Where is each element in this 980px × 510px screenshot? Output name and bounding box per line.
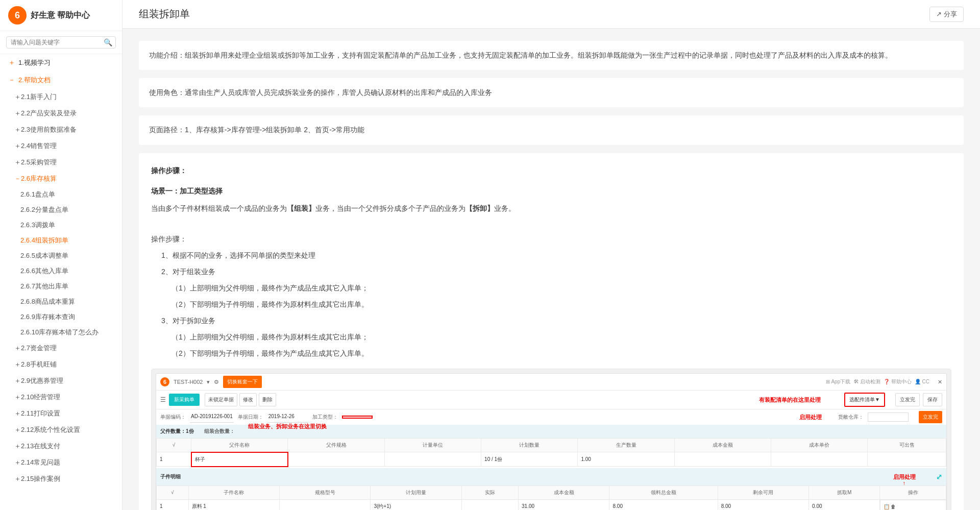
td2-op: 📋🗑 xyxy=(880,500,946,510)
th-planned-qty: 计划数量 xyxy=(481,438,578,452)
label: 2.6.3调拨单 xyxy=(20,221,55,230)
mock-section-wrapper1: 父件数量： 1份 组装合数量： 组装业务、拆卸业务在这里切换 xyxy=(156,425,946,438)
label: 2.10经营管理 xyxy=(21,393,60,402)
label: 2.6.10库存账本错了怎么办 xyxy=(20,328,99,337)
mock-test-id: TEST-H002 xyxy=(174,376,203,387)
mock-btn-delete: 删除 xyxy=(259,393,276,406)
sidebar-item-finance[interactable]: ＋ 2.7资金管理 xyxy=(0,340,122,356)
mock-section-wrapper2: 子件明细 启用处理 ⤢ ↑ xyxy=(156,468,946,485)
td2-num: 1 xyxy=(157,499,189,510)
label: 2.6.5成本调整单 xyxy=(20,251,68,260)
th2-cost: 成本金额 xyxy=(519,485,609,499)
sidebar-item-inv269[interactable]: 2.6.9库存账本查询 xyxy=(0,309,122,325)
sidebar-item-inv267[interactable]: 2.6.7其他出库单 xyxy=(0,279,122,294)
role-text: 使用角色：通常由生产人员或库管人员完成拆装业务的操作，库管人员确认原材料的出库和… xyxy=(149,88,492,96)
td2-actual xyxy=(461,499,518,510)
sidebar-item-inventory[interactable]: － 2.6库存核算 xyxy=(0,171,122,187)
mock-switch-btn: 切换账套一下 xyxy=(223,376,262,388)
plus-icon: ＋ xyxy=(14,442,21,451)
sidebar: 6 好生意 帮助中心 🔍 ＋ 1.视频学习 － 2.帮助文档 ＋ 2.1新手入门… xyxy=(0,0,122,510)
sidebar-item-docs-label: 2.帮助文档 xyxy=(18,76,51,85)
step2: 2、对于组装业务 xyxy=(161,264,951,279)
mock-yongcang-label: 货敝仓库： xyxy=(838,412,864,422)
sidebar-item-mobile[interactable]: ＋ 2.8手机旺铺 xyxy=(0,356,122,373)
label: 2.6.9库存账本查询 xyxy=(20,312,75,322)
step3: 3、对于拆卸业务 xyxy=(161,313,951,328)
plus-icon: ＋ xyxy=(14,425,21,434)
th-check: √ xyxy=(157,438,191,452)
mock-app: 6 TEST-H002 ▾ ⚙ 切换账套一下 ⊞ App下载 🛠 启动检测 ❓ … xyxy=(156,373,947,510)
table-row: 1 原料 1 3(约+1) 31.00 8.00 8.00 0.00 � xyxy=(157,499,946,510)
sidebar-item-inv261[interactable]: 2.6.1盘点单 xyxy=(0,187,122,202)
label: 2.1新手入门 xyxy=(21,92,57,102)
th-cost-amount: 成本金额 xyxy=(674,438,771,452)
app-title: 好生意 帮助中心 xyxy=(31,10,90,21)
label: 2.15操作案例 xyxy=(21,474,60,483)
plus-icon: ＋ xyxy=(14,409,21,418)
sidebar-item-coupon[interactable]: ＋ 2.9优惠券管理 xyxy=(0,373,122,389)
plus-icon: ＋ xyxy=(14,360,21,369)
role-block: 使用角色：通常由生产人员或库管人员完成拆装业务的操作，库管人员确认原材料的出库和… xyxy=(139,78,964,107)
main-content: 组装拆卸单 ↗ 分享 功能介绍：组装拆卸单用来处理企业组装或拆卸等加工业务，支持… xyxy=(122,0,980,510)
sidebar-item-inv268[interactable]: 2.6.8商品成本重算 xyxy=(0,294,122,309)
plus-icon: ＋ xyxy=(8,58,15,67)
sidebar-item-inv263[interactable]: 2.6.3调拨单 xyxy=(0,217,122,233)
search-icon[interactable]: 🔍 xyxy=(104,38,112,46)
label: 2.6库存核算 xyxy=(21,174,57,183)
annotation2-overlay: 组装业务、拆卸业务在这里切换 xyxy=(248,421,327,432)
td-check: 1 xyxy=(157,452,191,467)
sidebar-item-inv265[interactable]: 2.6.5成本调整单 xyxy=(0,248,122,263)
th2-actual: 实际 xyxy=(461,485,518,499)
label: 2.13在线支付 xyxy=(21,442,60,451)
sidebar-item-faq[interactable]: ＋ 2.14常见问题 xyxy=(0,454,122,471)
plus-icon: ＋ xyxy=(14,158,21,167)
mock-value-type xyxy=(342,416,373,419)
sidebar-item-data-prep[interactable]: ＋ 2.3使用前数据准备 xyxy=(0,122,122,138)
logo-icon: 6 xyxy=(8,6,27,25)
th-parent-name: 父件名称 xyxy=(191,438,288,452)
search-bar[interactable]: 🔍 xyxy=(0,31,122,54)
sidebar-item-docs[interactable]: － 2.帮助文档 xyxy=(0,71,122,89)
inventory-sub-items: 2.6.1盘点单 2.6.2分量盘点单 2.6.3调拨单 2.6.4组装拆卸单 … xyxy=(0,187,122,340)
search-input[interactable] xyxy=(6,36,116,48)
share-button[interactable]: ↗ 分享 xyxy=(929,7,964,22)
mock-value-billno: AD-20191226-001 xyxy=(190,411,234,423)
mock-section2-label: 子件明细 xyxy=(160,472,181,482)
sidebar-item-purchase[interactable]: ＋ 2.5采购管理 xyxy=(0,154,122,171)
sidebar-item-inv262[interactable]: 2.6.2分量盘点单 xyxy=(0,202,122,217)
sidebar-item-cases[interactable]: ＋ 2.15操作案例 xyxy=(0,471,122,487)
mock-app-bar: 6 TEST-H002 ▾ ⚙ 切换账套一下 ⊞ App下载 🛠 启动检测 ❓ … xyxy=(156,374,946,391)
sidebar-item-sales[interactable]: ＋ 2.4销售管理 xyxy=(0,138,122,154)
mock-confirm-btn: 立发完 xyxy=(919,411,942,423)
th-produced-qty: 生产数量 xyxy=(578,438,674,452)
sidebar-item-newcomer[interactable]: ＋ 2.1新手入门 xyxy=(0,89,122,105)
sidebar-item-payment[interactable]: ＋ 2.13在线支付 xyxy=(0,438,122,454)
label: 2.8手机旺铺 xyxy=(21,360,57,369)
mock-section-header2: 子件明细 启用处理 ⤢ xyxy=(156,468,946,485)
mock-yongcang-input xyxy=(868,412,909,422)
mock-dropdown-icon: ▾ xyxy=(207,376,210,387)
plus-icon: ＋ xyxy=(14,125,21,134)
sidebar-item-video[interactable]: ＋ 1.视频学习 xyxy=(0,54,122,71)
step3-2: （2）下部明细为子件明细，最终作为产成品生成其它入库单。 xyxy=(172,346,951,360)
nav-section: ＋ 1.视频学习 － 2.帮助文档 ＋ 2.1新手入门 ＋ 2.2产品安装及登录… xyxy=(0,54,122,487)
mock-nav-icon: ☰ xyxy=(160,394,166,406)
steps-block: 操作步骤： 场景一：加工类型选择 当由多个子件材料组装成一个成品的业务为【组装】… xyxy=(139,153,964,510)
td-saleable xyxy=(868,452,946,467)
sidebar-item-install[interactable]: ＋ 2.2产品安装及登录 xyxy=(0,105,122,122)
label: 2.14常见问题 xyxy=(21,458,60,467)
sidebar-header: 6 好生意 帮助中心 xyxy=(0,0,122,31)
path-block: 页面路径：1、库存核算->库存管理->组装拆卸单 2、首页->常用功能 xyxy=(139,115,964,144)
sidebar-item-ops[interactable]: ＋ 2.10经营管理 xyxy=(0,389,122,405)
label: 2.4销售管理 xyxy=(21,141,57,151)
sidebar-item-inv264[interactable]: 2.6.4组装拆卸单 xyxy=(0,233,122,248)
label: 2.12系统个性化设置 xyxy=(21,425,80,434)
sidebar-item-inv266[interactable]: 2.6.6其他入库单 xyxy=(0,263,122,279)
step3-1: （1）上部明细为父件明细，最终作为原材料生成其它出库单； xyxy=(172,330,951,344)
mock-table2: √ 子件名称 规格型号 计划用量 实际 成本金额 领料总金额 剩余可用 抓取M xyxy=(156,485,946,510)
sidebar-item-print[interactable]: ＋ 2.11打印设置 xyxy=(0,405,122,422)
mock-close-icon: ✕ xyxy=(938,376,942,387)
th2-grab: 抓取M xyxy=(809,485,880,499)
sidebar-item-inv2610[interactable]: 2.6.10库存账本错了怎么办 xyxy=(0,325,122,340)
sidebar-item-system[interactable]: ＋ 2.12系统个性化设置 xyxy=(0,422,122,438)
